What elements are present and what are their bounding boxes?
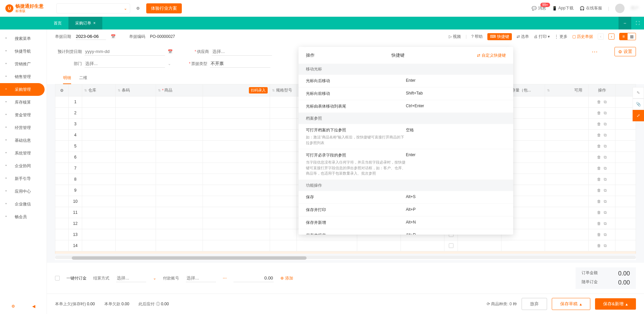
save-new-button[interactable]: 保存&新增 ▴ bbox=[595, 298, 636, 310]
copy-icon[interactable]: ⧉ bbox=[604, 221, 607, 226]
save-draft-button[interactable]: 保存草稿 ▴ bbox=[552, 298, 590, 310]
sidebar-item-11[interactable]: ▫新手引导 bbox=[0, 172, 47, 185]
copy-icon[interactable]: ⧉ bbox=[604, 133, 607, 137]
copy-icon[interactable]: ⧉ bbox=[604, 243, 607, 248]
delete-icon[interactable]: 🗑 bbox=[597, 144, 601, 148]
invoice-input[interactable] bbox=[210, 60, 270, 68]
delete-icon[interactable]: 🗑 bbox=[597, 221, 601, 226]
col-product[interactable]: ⇅*商品 bbox=[156, 84, 203, 96]
sidebar-item-8[interactable]: ▫基础信息 bbox=[0, 134, 47, 147]
account-input[interactable] bbox=[186, 274, 216, 282]
sidebar-item-10[interactable]: ▫企业协同 bbox=[0, 160, 47, 172]
sidebar-item-5[interactable]: ▫库存核算 bbox=[0, 96, 47, 109]
column-config-icon[interactable]: ⚙ bbox=[55, 84, 69, 96]
col-spec[interactable]: ⇅规格型号 bbox=[270, 84, 297, 96]
sidebar-item-6[interactable]: ▫资金管理 bbox=[0, 109, 47, 121]
delete-icon[interactable]: 🗑 bbox=[597, 122, 601, 126]
col-barcode[interactable]: ⇅条码 bbox=[116, 84, 156, 96]
tab-home[interactable]: 首页 bbox=[47, 17, 68, 29]
attach-icon[interactable]: 📎 bbox=[633, 99, 644, 110]
calendar-icon[interactable]: 📅 bbox=[168, 49, 173, 54]
copy-icon[interactable]: ⧉ bbox=[604, 155, 607, 160]
settings-button[interactable]: ⚙ 设置 bbox=[614, 47, 636, 56]
delete-icon[interactable]: 🗑 bbox=[597, 133, 601, 137]
close-icon[interactable]: × bbox=[93, 21, 96, 25]
col-warehouse[interactable]: ⇅仓库 bbox=[82, 84, 116, 96]
app-download-link[interactable]: 📱 App下载 bbox=[552, 5, 574, 11]
copy-icon[interactable]: ⧉ bbox=[604, 177, 607, 182]
trial-button[interactable]: 体验行业方案 bbox=[146, 3, 182, 13]
copy-icon[interactable]: ⧉ bbox=[604, 210, 607, 215]
delete-icon[interactable]: 🗑 bbox=[597, 210, 601, 215]
delete-icon[interactable]: 🗑 bbox=[597, 199, 601, 204]
custom-shortcut-link[interactable]: ⇄ 自定义快捷键 bbox=[477, 53, 506, 58]
onekey-checkbox[interactable] bbox=[55, 276, 60, 280]
col-scan[interactable]: 扫码录入 bbox=[203, 84, 270, 96]
settings-icon[interactable]: ⚙ bbox=[133, 3, 143, 13]
copy-icon[interactable]: ⧉ bbox=[604, 111, 607, 115]
sidebar-item-9[interactable]: ▫系统管理 bbox=[0, 147, 47, 160]
list-view-icon[interactable]: ≡ bbox=[620, 33, 628, 40]
settle-input[interactable] bbox=[116, 274, 146, 282]
sidebar-item-12[interactable]: ▫应用中心 bbox=[0, 185, 47, 198]
help-link[interactable]: ? 帮助 bbox=[471, 34, 483, 40]
more-icon[interactable]: ⋯ bbox=[223, 276, 227, 280]
delete-icon[interactable]: 🗑 bbox=[597, 111, 601, 115]
chevron-down-icon[interactable]: ⌄ bbox=[153, 276, 156, 280]
sidebar-item-3[interactable]: ▫销售管理 bbox=[0, 70, 47, 83]
service-link[interactable]: 🎧 在线客服 bbox=[580, 5, 602, 11]
row-checkbox[interactable] bbox=[449, 243, 453, 248]
sidebar-item-4[interactable]: ▫采购管理 bbox=[0, 83, 45, 96]
sidebar-item-0[interactable]: ▫搜索菜单 bbox=[0, 32, 47, 45]
settings-gear-icon[interactable]: ⚙ bbox=[11, 304, 15, 309]
avatar[interactable] bbox=[615, 4, 625, 13]
copy-icon[interactable]: ⧉ bbox=[604, 122, 607, 126]
tab-purchase-order[interactable]: 采购订单 × bbox=[68, 17, 102, 29]
copy-icon[interactable]: ⧉ bbox=[604, 100, 607, 104]
supplier-input[interactable] bbox=[212, 48, 272, 56]
prev-bill[interactable]: ‹ bbox=[598, 34, 604, 40]
calendar-icon[interactable]: 📅 bbox=[111, 34, 116, 39]
history-link[interactable]: ▢ 历史单据 bbox=[572, 34, 593, 40]
table-row[interactable]: 14🗑⧉ bbox=[55, 240, 636, 251]
company-select[interactable]: ⌄ bbox=[56, 3, 130, 13]
horizontal-scrollbar[interactable] bbox=[55, 256, 636, 260]
sidebar-item-14[interactable]: ▫畅会员 bbox=[0, 210, 47, 223]
delete-icon[interactable]: 🗑 bbox=[597, 243, 601, 248]
delete-icon[interactable]: 🗑 bbox=[597, 100, 601, 104]
discard-button[interactable]: 放弃 bbox=[522, 298, 547, 310]
shortcut-button[interactable]: ⌨ 快捷键 bbox=[487, 33, 512, 40]
collapse-icon[interactable]: ◀ bbox=[32, 304, 35, 309]
card-view-icon[interactable]: ▦ bbox=[628, 33, 636, 40]
sidebar-item-2[interactable]: ▫营销推广 bbox=[0, 58, 47, 70]
copy-icon[interactable]: ⧉ bbox=[604, 144, 607, 148]
messages-link[interactable]: 💬 消息 99+ bbox=[532, 5, 546, 11]
add-link[interactable]: ⊕ 添加 bbox=[280, 275, 293, 281]
fullscreen-icon[interactable]: ⛶ bbox=[631, 17, 644, 29]
bill-date-input[interactable] bbox=[76, 33, 106, 40]
chevron-down-icon[interactable]: ⌄ bbox=[168, 61, 171, 66]
delete-icon[interactable]: 🗑 bbox=[597, 188, 601, 193]
copy-icon[interactable]: ⧉ bbox=[604, 166, 607, 171]
col-avail[interactable]: ⇅可用 bbox=[545, 84, 589, 96]
dept-input[interactable] bbox=[85, 60, 165, 68]
sidebar-item-1[interactable]: ▫快捷导航 bbox=[0, 45, 47, 58]
sidebar-item-7[interactable]: ▫经营管理 bbox=[0, 121, 47, 134]
next-bill[interactable]: › bbox=[608, 34, 614, 40]
copy-icon[interactable]: ⧉ bbox=[604, 199, 607, 204]
more-dots-icon[interactable]: ⋯ bbox=[592, 48, 598, 55]
delete-icon[interactable]: 🗑 bbox=[597, 166, 601, 171]
select-bill-link[interactable]: ⇄ 选单 bbox=[517, 34, 529, 40]
more-link[interactable]: ⋮ 更多 bbox=[554, 34, 568, 40]
video-link[interactable]: ▷ 视频 bbox=[449, 34, 461, 40]
tab-two[interactable]: 二维 bbox=[79, 75, 87, 84]
delete-icon[interactable]: 🗑 bbox=[597, 155, 601, 160]
sidebar-item-13[interactable]: ▫企业微信 bbox=[0, 198, 47, 210]
expand-icon[interactable]: ⤢ bbox=[633, 110, 644, 121]
minimize-icon[interactable]: – bbox=[619, 17, 631, 29]
delete-icon[interactable]: 🗑 bbox=[597, 177, 601, 182]
view-toggle[interactable]: ≡ ▦ bbox=[619, 33, 636, 40]
tab-detail[interactable]: 明细 bbox=[63, 75, 71, 84]
copy-icon[interactable]: ⧉ bbox=[604, 232, 607, 237]
delete-icon[interactable]: 🗑 bbox=[597, 232, 601, 237]
